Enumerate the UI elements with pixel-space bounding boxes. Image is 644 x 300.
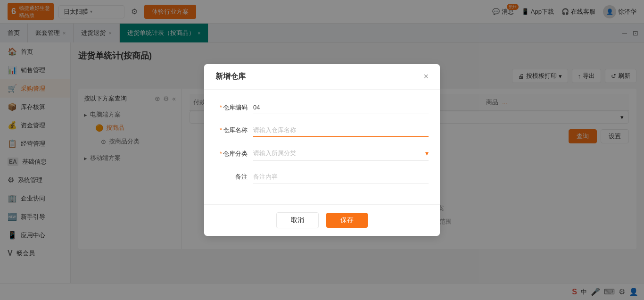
name-input[interactable] <box>253 124 429 137</box>
name-label: 仓库名称 <box>215 126 253 134</box>
form-row-note: 备注 <box>215 170 429 183</box>
category-placeholder: 请输入所属分类 <box>253 149 425 158</box>
modal-footer: 取消 保存 <box>204 204 440 236</box>
form-row-name: 仓库名称 <box>215 124 429 137</box>
modal-body: 仓库编码 仓库名称 仓库分类 请输入所属分类 ▾ 备注 <box>204 90 440 204</box>
modal-header: 新增仓库 × <box>204 64 440 90</box>
note-label: 备注 <box>215 173 253 181</box>
modal-title: 新增仓库 <box>215 72 246 82</box>
cancel-button[interactable]: 取消 <box>276 212 319 228</box>
modal-close-button[interactable]: × <box>423 72 429 82</box>
form-row-code: 仓库编码 <box>215 101 429 114</box>
category-label: 仓库分类 <box>215 150 253 158</box>
note-input[interactable] <box>253 170 429 183</box>
new-warehouse-modal: 新增仓库 × 仓库编码 仓库名称 仓库分类 请输入所属分类 ▾ <box>204 64 440 236</box>
form-row-category: 仓库分类 请输入所属分类 ▾ <box>215 146 429 161</box>
modal-overlay: 新增仓库 × 仓库编码 仓库名称 仓库分类 请输入所属分类 ▾ <box>0 0 644 300</box>
save-button[interactable]: 保存 <box>326 213 368 228</box>
code-label: 仓库编码 <box>215 103 253 112</box>
category-select[interactable]: 请输入所属分类 ▾ <box>253 146 429 161</box>
code-input[interactable] <box>253 101 429 114</box>
category-arrow-icon: ▾ <box>425 150 429 157</box>
